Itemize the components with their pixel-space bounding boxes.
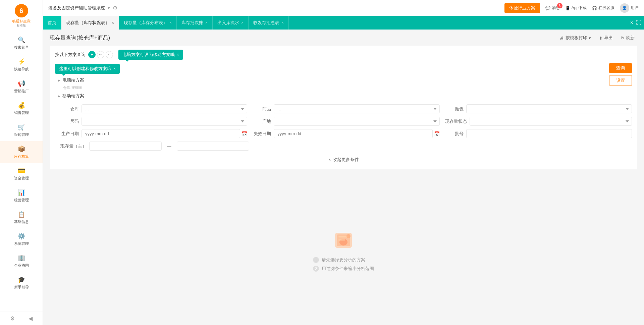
- collapse-btn[interactable]: ∧ 收起更多条件: [55, 154, 632, 165]
- sidebar-item-purchase[interactable]: 🛒 采购管理: [0, 119, 43, 141]
- sidebar-item-inventory[interactable]: 📦 库存核算: [0, 141, 43, 163]
- sidebar-item-guide[interactable]: 🎓 新手引导: [0, 272, 43, 294]
- empty-state: 1 请先选择要分析的方案 2 用过滤条件来缩小分析范围: [43, 173, 644, 325]
- tab-close-all-btn[interactable]: ×: [630, 20, 633, 26]
- size-label: 尺码: [60, 118, 79, 124]
- message-item[interactable]: 💬 6 消息: [545, 5, 560, 11]
- scheme-arrow-pc: ▶: [58, 78, 60, 82]
- quicknav-icon: ⚡: [18, 58, 25, 65]
- prev-scheme-btn[interactable]: ←: [106, 51, 113, 58]
- tab-batch-account[interactable]: 库存批次账 ×: [177, 16, 213, 30]
- tab-receive-summary-close[interactable]: ×: [281, 20, 284, 25]
- sidebar-label-basicinfo: 基础信息: [14, 219, 29, 224]
- filter-stock-status: 现存量状态: [445, 117, 632, 126]
- sidebar-label-system: 系统管理: [14, 241, 29, 246]
- stock-qty-label: 现存量（主）: [60, 143, 87, 149]
- main-area: 装备及固定资产辅助管理系统 ▾ ⚙ 体验行业方案 💬 6 消息 📱 App下载: [43, 0, 644, 325]
- settings-btn[interactable]: ⚙: [10, 315, 15, 322]
- tab-bar-right: × ⛶: [630, 20, 644, 26]
- scheme-item-mobile[interactable]: ▶ 移动端方案: [55, 92, 632, 100]
- trial-btn[interactable]: 体验行业方案: [504, 3, 540, 13]
- filter-batch-no: 批号: [445, 129, 632, 138]
- filter-exp-date: 失效日期 📅: [253, 129, 439, 138]
- user-item[interactable]: 👤 用户: [620, 3, 639, 13]
- product-select[interactable]: ...: [274, 104, 439, 113]
- refresh-btn[interactable]: ↻ 刷新: [618, 34, 637, 42]
- tab-inout-flow-close[interactable]: ×: [241, 20, 244, 25]
- edit-scheme-btn[interactable]: ✏: [97, 51, 104, 58]
- tab-inventory-dist-close[interactable]: ×: [169, 20, 172, 25]
- warehouse-select[interactable]: ...: [82, 104, 247, 113]
- tab-inventory-dist[interactable]: 现存量（库存分布表） ×: [119, 16, 177, 30]
- set-btn[interactable]: 设置: [609, 75, 632, 86]
- exp-date-calendar-icon[interactable]: 📅: [434, 131, 440, 137]
- sidebar-item-quicknav[interactable]: ⚡ 快速导航: [0, 54, 43, 76]
- tab-home[interactable]: 首页: [43, 16, 61, 30]
- online-service-item[interactable]: 🎧 在线客服: [592, 5, 614, 11]
- export-btn[interactable]: ⬆ 导出: [596, 34, 615, 42]
- collapse-sidebar-btn[interactable]: ◀: [29, 315, 33, 322]
- sidebar-item-operations[interactable]: 📊 经营管理: [0, 185, 43, 207]
- prod-date-input[interactable]: [82, 129, 240, 138]
- system-title-text: 装备及固定资产辅助管理系统: [48, 5, 105, 11]
- sidebar: 6 畅通好生意 标准版 🔍 搜索菜单 ⚡ 快速导航 📢 营销推广 💰 销售管理: [0, 0, 43, 325]
- filter-prod-date: 生产日期 📅: [60, 129, 247, 138]
- stock-status-select[interactable]: [470, 117, 632, 126]
- tab-bar: 首页 现存量（库存状况表） × 现存量（库存分布表） × 库存批次账 × 出入库…: [43, 16, 644, 30]
- exp-date-input-group: 📅: [274, 129, 439, 138]
- scheme-tooltip-close[interactable]: ×: [177, 52, 179, 57]
- batch-no-input[interactable]: [466, 129, 632, 138]
- filter-row-1: 仓库 ... 商品 ... 颜色: [60, 104, 632, 113]
- guide-icon: 🎓: [18, 276, 25, 283]
- sidebar-item-enterprise[interactable]: 🏢 企业协同: [0, 250, 43, 272]
- sidebar-item-sales[interactable]: 💰 销售管理: [0, 98, 43, 119]
- finance-icon: 💳: [18, 167, 25, 174]
- scheme-tree: 这里可以创建和修改方案哦 × ▶ 电脑端方案 仓库 接调出 ▶ 移动端方案: [55, 64, 632, 100]
- sidebar-label-inventory: 库存核算: [14, 154, 29, 159]
- tab-batch-account-close[interactable]: ×: [205, 20, 208, 25]
- tab-inventory-status[interactable]: 现存量（库存状况表） ×: [61, 16, 119, 30]
- scheme-tooltip-text: 电脑方案可设为移动方案哦: [122, 52, 175, 58]
- online-service-label: 在线客服: [598, 5, 614, 11]
- page-content: 现存量查询(按仓库+商品) 🖨 按模板打印 ▾ ⬆ 导出 ↻ 刷新: [43, 30, 644, 325]
- scheme-name-pc: 电脑端方案: [62, 77, 84, 83]
- sidebar-item-system[interactable]: ⚙️ 系统管理: [0, 228, 43, 250]
- color-select[interactable]: [466, 104, 632, 113]
- sidebar-item-search[interactable]: 🔍 搜索菜单: [0, 32, 43, 54]
- print-btn[interactable]: 🖨 按模板打印 ▾: [557, 34, 594, 42]
- tab-receive-summary[interactable]: 收发存汇总表 ×: [249, 16, 289, 30]
- export-label: 导出: [604, 35, 613, 41]
- sidebar-item-marketing[interactable]: 📢 营销推广: [0, 76, 43, 98]
- tab-inout-flow[interactable]: 出入库流水 ×: [213, 16, 249, 30]
- settings-gear-icon[interactable]: ⚙: [113, 5, 117, 11]
- scheme-item-pc[interactable]: ▶ 电脑端方案: [55, 76, 632, 85]
- system-icon: ⚙️: [18, 232, 25, 240]
- headset-icon: 🎧: [592, 6, 597, 10]
- tab-home-label: 首页: [48, 20, 56, 26]
- prod-date-calendar-icon[interactable]: 📅: [241, 131, 247, 137]
- system-title-area: 装备及固定资产辅助管理系统 ▾ ⚙: [48, 5, 504, 11]
- add-scheme-btn[interactable]: +: [88, 51, 96, 58]
- query-header: 按以下方案查询 + ✏ ← 电脑方案可设为移动方案哦 ×: [55, 50, 632, 60]
- tab-expand-btn[interactable]: ⛶: [636, 20, 641, 26]
- create-tooltip-text: 这里可以创建和修改方案哦: [59, 66, 111, 72]
- search-btn[interactable]: 查询: [609, 63, 632, 73]
- tab-inventory-status-close[interactable]: ×: [112, 20, 114, 25]
- color-label: 颜色: [445, 106, 464, 112]
- sales-icon: 💰: [18, 102, 25, 109]
- app-download-item[interactable]: 📱 App下载: [565, 5, 587, 11]
- create-tooltip-close[interactable]: ×: [113, 66, 116, 71]
- sidebar-item-finance[interactable]: 💳 资金管理: [0, 163, 43, 185]
- stock-qty-from-input[interactable]: [89, 142, 162, 151]
- sidebar-label-marketing: 营销推广: [14, 89, 29, 94]
- refresh-icon: ↻: [621, 36, 625, 41]
- sidebar-item-basicinfo[interactable]: 📋 基础信息: [0, 207, 43, 228]
- origin-select[interactable]: [274, 117, 439, 126]
- exp-date-input[interactable]: [274, 129, 432, 138]
- size-select[interactable]: [82, 117, 247, 126]
- sidebar-label-search: 搜索菜单: [14, 45, 29, 50]
- stock-qty-to-input[interactable]: [177, 142, 249, 151]
- stock-qty-separator: —: [167, 144, 171, 149]
- system-title-dropdown-icon[interactable]: ▾: [108, 5, 110, 10]
- scheme-sub-label: 仓库 接调出: [55, 85, 632, 90]
